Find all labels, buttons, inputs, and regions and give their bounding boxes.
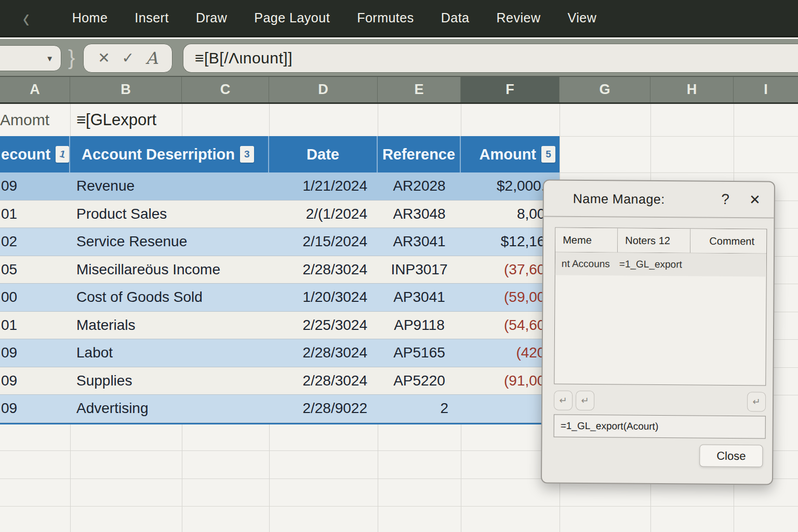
close-icon[interactable]: ✕ — [749, 192, 761, 208]
tab-formulas[interactable]: Formutes — [343, 0, 428, 37]
list-item[interactable]: nt Accouns =1_GL_export — [555, 252, 766, 277]
list-column-name[interactable]: Meme — [555, 228, 618, 252]
cell-account[interactable]: 09 — [0, 172, 70, 200]
tab-insert[interactable]: Insert — [121, 0, 182, 37]
column-header-e[interactable]: E — [378, 77, 461, 102]
enter-icon[interactable]: ✓ — [122, 51, 134, 65]
ribbon-tabs: Home Insert Draw Page Layout Formutes Da… — [59, 0, 610, 37]
list-column-value[interactable]: Noters 12 — [618, 228, 690, 252]
dialog-titlebar[interactable]: Name Manage: ? ✕ — [544, 180, 774, 218]
cell-date[interactable]: 2/28/3024 — [269, 367, 378, 395]
tab-draw[interactable]: Draw — [182, 0, 241, 37]
sheet-grid: Amomt ≡[GLexport ecount 1 Account Deserr… — [0, 104, 798, 532]
header-account-label: ecount — [1, 146, 50, 163]
cell-date[interactable]: 1/20/3024 — [269, 284, 378, 311]
column-header-b[interactable]: B — [70, 77, 182, 102]
column-header-c[interactable]: C — [182, 77, 269, 102]
list-item-name: nt Accouns — [562, 258, 610, 270]
cell-account[interactable]: 09 — [0, 395, 70, 422]
back-chevron-icon[interactable]: ‹ — [23, 4, 30, 32]
cell-b1[interactable]: ≡[GLexport — [70, 111, 156, 129]
column-header-i[interactable]: I — [734, 77, 798, 102]
refers-to-field[interactable]: =1_GL_export(Acourt) — [554, 415, 766, 439]
cell-account[interactable]: 01 — [0, 312, 70, 339]
cell-description[interactable]: Advertising — [70, 395, 269, 422]
cell-description[interactable]: Cost of Goods Sold — [70, 284, 269, 311]
cell-reference[interactable]: 2 — [378, 395, 461, 422]
table-row: 09 Labot 2/28/3024 AP5165 (4200 — [0, 339, 560, 367]
formula-strip: ▼ } ✕ ✓ A ≡[B[/Λιnount]] — [0, 39, 798, 77]
dialog-title: Name Manage: — [573, 191, 722, 207]
formula-input[interactable]: ≡[B[/Λιnount]] — [183, 44, 798, 73]
cell-account[interactable]: 02 — [0, 228, 70, 256]
column-header-d[interactable]: D — [269, 77, 378, 102]
cell-date[interactable]: 1/21/2024 — [269, 172, 378, 200]
cell-date[interactable]: 2/15/2024 — [269, 228, 378, 256]
table-row: 09 Advertising 2/28/9022 2 0 — [0, 395, 560, 423]
header-reference[interactable]: Reference — [378, 136, 461, 172]
name-box-dropdown-icon[interactable]: ▼ — [46, 54, 54, 63]
header-description[interactable]: Account Deserription 3 — [70, 136, 269, 172]
header-reference-label: Reference — [382, 146, 455, 163]
column-header-g[interactable]: G — [560, 77, 650, 102]
cell-date[interactable]: 2/28/9022 — [269, 395, 378, 422]
filter-badge-amount[interactable]: 5 — [541, 146, 555, 163]
column-header-f-selected[interactable]: F — [461, 77, 560, 102]
tab-view[interactable]: View — [554, 0, 610, 37]
names-list: Meme Noters 12 Comment nt Accouns =1_GL_… — [554, 228, 767, 386]
cell-description[interactable]: Misecillareöus Income — [70, 256, 269, 284]
fx-icon[interactable]: A — [146, 50, 158, 66]
ribbon: ‹ Home Insert Draw Page Layout Formutes … — [0, 0, 798, 37]
list-column-comment[interactable]: Comment — [690, 229, 766, 253]
filter-badge-description[interactable]: 3 — [240, 146, 254, 163]
cell-date[interactable]: 2/(1/2024 — [269, 201, 378, 228]
column-header-h[interactable]: H — [650, 77, 734, 102]
cell-reference[interactable]: AP9118 — [378, 312, 461, 339]
cell-reference[interactable]: AR3048 — [378, 201, 461, 228]
cell-reference[interactable]: AP5165 — [378, 339, 461, 367]
cell-description[interactable]: Materials — [70, 312, 269, 339]
cell-reference[interactable]: INP3017 — [378, 256, 461, 284]
header-amount[interactable]: Amount 5 — [461, 136, 560, 172]
cell-date[interactable]: 2/25/3024 — [269, 312, 378, 339]
hook-icon-button[interactable]: ↵ — [576, 391, 594, 410]
dialog-mini-buttons: ↵ ↵ ↵ — [554, 391, 766, 412]
names-list-header: Meme Noters 12 Comment — [555, 228, 766, 254]
tab-review[interactable]: Review — [483, 0, 554, 37]
cell-description[interactable]: Revenue — [70, 172, 269, 200]
cell-reference[interactable]: AP3041 — [378, 284, 461, 311]
cancel-icon[interactable]: ✕ — [98, 51, 110, 65]
cell-description[interactable]: Service Resenue — [70, 228, 269, 256]
cell-description[interactable]: Supplies — [70, 367, 269, 395]
name-box[interactable]: ▼ — [0, 45, 61, 71]
cell-a1[interactable]: Amomt — [0, 111, 70, 129]
header-date[interactable]: Date — [269, 136, 378, 172]
sheet-row-1: Amomt ≡[GLexport — [0, 104, 798, 136]
filter-badge-account[interactable]: 1 — [56, 146, 69, 163]
tab-data[interactable]: Data — [428, 0, 483, 37]
spreadsheet-app: ‹ Home Insert Draw Page Layout Formutes … — [0, 0, 798, 532]
cell-account[interactable]: 09 — [0, 339, 70, 367]
cell-account[interactable]: 00 — [0, 284, 70, 311]
cell-date[interactable]: 2/28/3024 — [269, 256, 378, 284]
table-row: 01 Product Sales 2/(1/2024 AR3048 8,000 — [0, 201, 560, 229]
cell-date[interactable]: 2/28/3024 — [269, 339, 378, 367]
hook-icon-button[interactable]: ↵ — [554, 391, 573, 410]
header-account[interactable]: ecount 1 — [0, 136, 70, 172]
cell-account[interactable]: 01 — [0, 201, 70, 228]
tab-home[interactable]: Home — [59, 0, 122, 37]
cell-description[interactable]: Labot — [70, 339, 269, 367]
column-header-a[interactable]: A — [0, 77, 70, 102]
cell-reference[interactable]: AR3041 — [378, 228, 461, 256]
help-icon[interactable]: ? — [721, 191, 729, 208]
cell-account[interactable]: 09 — [0, 367, 70, 395]
table-header-row: ecount 1 Account Deserription 3 Date Ref… — [0, 136, 560, 172]
cell-account[interactable]: 05 — [0, 256, 70, 284]
cell-reference[interactable]: AR2028 — [378, 172, 461, 200]
cell-description[interactable]: Product Sales — [70, 201, 269, 228]
hook-icon-button[interactable]: ↵ — [747, 392, 766, 411]
cell-reference[interactable]: AP5220 — [378, 367, 461, 395]
table-row: 09 Revenue 1/21/2024 AR2028 $2,000.4 — [0, 172, 560, 201]
tab-page-layout[interactable]: Page Layout — [241, 0, 343, 37]
close-button[interactable]: Close — [699, 445, 763, 468]
